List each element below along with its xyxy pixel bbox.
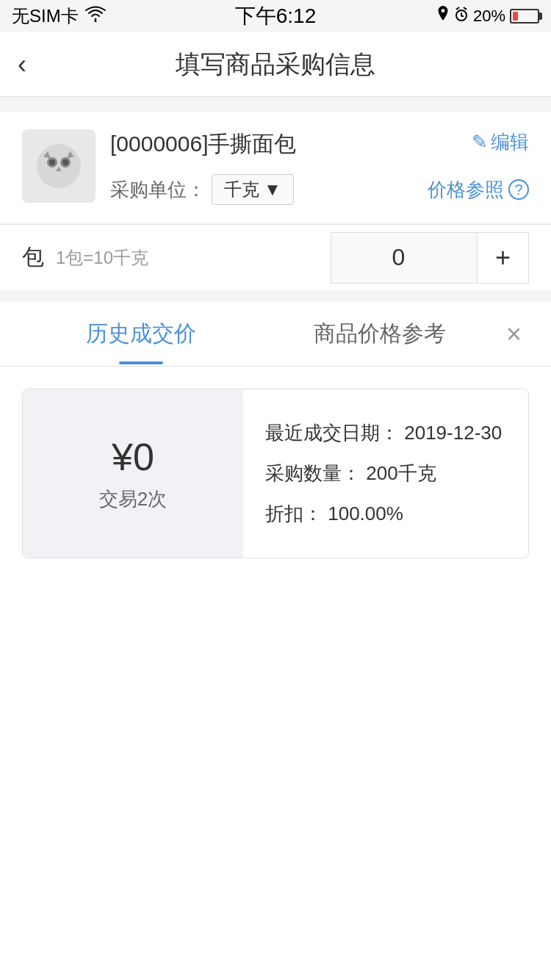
no-sim-text: 无SIM卡 (12, 4, 79, 28)
nav-bar: ‹ 填写商品采购信息 (0, 32, 551, 97)
purchase-quantity-label: 采购数量： (265, 462, 361, 484)
history-content: ¥0 交易2次 最近成交日期： 2019-12-30 采购数量： 200千克 折… (0, 367, 551, 580)
svg-point-3 (37, 144, 81, 188)
purchase-quantity-row: 采购数量： 200千克 (265, 459, 506, 488)
status-left: 无SIM卡 (12, 4, 107, 28)
svg-point-7 (62, 159, 68, 165)
price-ref-button[interactable]: 价格参照 ? (428, 177, 529, 203)
edit-label: 编辑 (491, 129, 529, 155)
dropdown-icon: ▼ (264, 179, 281, 200)
trade-count: 交易2次 (99, 486, 167, 512)
discount-row: 折扣： 100.00% (265, 500, 506, 528)
quantity-plus-button[interactable]: + (478, 232, 529, 284)
recent-date-row: 最近成交日期： 2019-12-30 (265, 419, 506, 447)
unit-label-text: 采购单位： (110, 177, 206, 203)
unit-label: 采购单位： 千克 ▼ (110, 174, 294, 205)
status-bar: 无SIM卡 下午6:12 20% (0, 0, 551, 32)
alarm-icon (454, 6, 469, 26)
quantity-label: 包 1包=10千克 (22, 242, 148, 273)
tab-product-price-ref[interactable]: 商品价格参考 (260, 304, 498, 364)
product-card: [0000006]手撕面包 ✎ 编辑 采购单位： 千克 ▼ 价格参照 ? (0, 112, 551, 223)
battery-percent-text: 20% (473, 7, 505, 26)
price-ref-label: 价格参照 (428, 177, 504, 203)
history-card: ¥0 交易2次 最近成交日期： 2019-12-30 采购数量： 200千克 折… (22, 389, 529, 558)
status-time: 下午6:12 (235, 2, 317, 30)
history-price: ¥0 (112, 435, 154, 479)
quantity-unit: 包 (22, 242, 44, 273)
recent-date-value: 2019-12-30 (404, 422, 502, 444)
product-name: [0000006]手撕面包 (110, 129, 296, 159)
location-icon (436, 6, 450, 26)
tab-close-button[interactable]: × (499, 319, 529, 350)
status-right: 20% (436, 6, 539, 26)
price-ref-help-icon: ? (508, 179, 529, 200)
purchase-quantity-value: 200千克 (366, 462, 436, 484)
product-info: [0000006]手撕面包 ✎ 编辑 采购单位： 千克 ▼ 价格参照 ? (110, 129, 529, 205)
history-price-side: ¥0 交易2次 (23, 389, 243, 558)
tab-section: 历史成交价 商品价格参考 × ¥0 交易2次 最近成交日期： 2019-12-3… (0, 302, 551, 580)
wifi-icon (84, 6, 107, 26)
product-unit-row: 采购单位： 千克 ▼ 价格参照 ? (110, 174, 529, 205)
unit-value: 千克 (224, 178, 259, 201)
tab-history-price[interactable]: 历史成交价 (22, 304, 260, 364)
discount-label: 折扣： (265, 502, 323, 525)
quantity-section: 包 1包=10千克 + (0, 224, 551, 290)
tab-bar: 历史成交价 商品价格参考 × (0, 302, 551, 367)
bottom-area (0, 580, 551, 980)
svg-point-6 (49, 159, 55, 165)
quantity-input-wrap: + (331, 232, 529, 284)
quantity-input[interactable] (331, 232, 478, 284)
unit-selector[interactable]: 千克 ▼ (212, 174, 294, 205)
battery-icon (510, 9, 539, 24)
page-title: 填写商品采购信息 (176, 48, 375, 82)
recent-date-label: 最近成交日期： (265, 422, 399, 444)
discount-value: 100.00% (328, 502, 403, 525)
product-image (22, 129, 96, 203)
product-header: [0000006]手撕面包 ✎ 编辑 (110, 129, 529, 159)
edit-icon: ✎ (472, 131, 488, 154)
history-detail-side: 最近成交日期： 2019-12-30 采购数量： 200千克 折扣： 100.0… (243, 389, 528, 558)
edit-button[interactable]: ✎ 编辑 (472, 129, 529, 155)
quantity-conversion: 1包=10千克 (56, 246, 148, 270)
back-button[interactable]: ‹ (18, 49, 26, 80)
